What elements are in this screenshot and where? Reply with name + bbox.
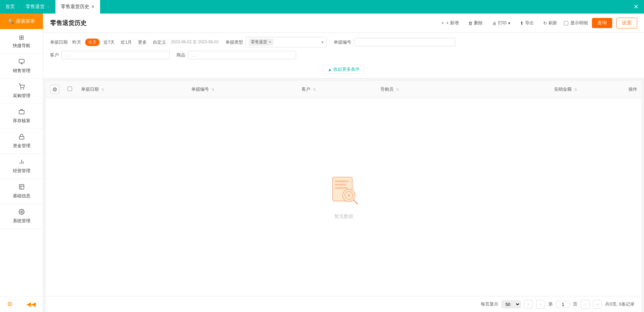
table-settings-icon[interactable]: ⚙ — [50, 85, 59, 94]
system-icon — [19, 209, 25, 217]
finance-icon — [19, 134, 25, 141]
customer-filter-group: 客户 ... — [50, 51, 170, 59]
sidebar-item-finance[interactable]: 资金管理 — [0, 129, 43, 154]
doc-type-tag-close[interactable]: ✕ — [268, 40, 271, 44]
customer-filter-input[interactable]: ... — [62, 51, 170, 59]
date-custom[interactable]: 自定义 — [151, 39, 168, 46]
sidebar-item-basic-info[interactable]: 基础信息 — [0, 179, 43, 204]
next-page-button[interactable]: › — [581, 300, 590, 309]
quick-nav-icon: ⊞ — [19, 34, 24, 41]
svg-point-13 — [21, 211, 22, 213]
inventory-icon — [19, 109, 25, 116]
basic-info-icon — [19, 184, 25, 192]
refresh-icon: ↻ — [543, 21, 547, 26]
svg-point-4 — [23, 89, 24, 89]
sort-icon-doc-no: ⇅ — [212, 88, 214, 91]
goods-filter-label: 商品 — [176, 52, 185, 58]
col-doc-date[interactable]: 单据日期 ⇅ — [77, 81, 187, 98]
tab-retail-return[interactable]: 零售退货 ✕ — [20, 0, 55, 14]
audio-footer-icon[interactable]: ◀◀ — [26, 300, 36, 308]
page-suffix: 页 — [573, 301, 577, 307]
filter-row-1: 单据日期 昨天 今天 近7天 近1月 更多 自定义 2023-06-02 至 2… — [50, 37, 637, 47]
goods-filter-input[interactable]: ... — [188, 51, 296, 59]
purchase-icon — [19, 84, 25, 91]
tab-bar: 首页 零售退货 ✕ 零售退货历史 ✕ — [0, 0, 634, 14]
svg-rect-5 — [19, 110, 24, 114]
plus-icon: ＋ — [440, 20, 445, 26]
collapse-up-icon: ▲ — [328, 67, 332, 72]
print-button[interactable]: 🖨 打印 ▾ — [490, 19, 513, 27]
sidebar-item-system[interactable]: 系统管理 — [0, 204, 43, 229]
tab-close-retail-return[interactable]: ✕ — [47, 4, 50, 9]
tab-close-retail-return-history[interactable]: ✕ — [91, 4, 95, 9]
col-actual-amount[interactable]: 实销金额 ⇅ — [471, 81, 581, 98]
prev-page-button[interactable]: ‹ — [536, 300, 545, 309]
content-area: 零售退货历史 ＋ + 新增 🗑 删除 🖨 打印 ▾ ⬆ 导出 — [43, 14, 644, 312]
sort-icon-customer: ⇅ — [313, 88, 316, 91]
first-page-button[interactable]: « — [524, 300, 533, 309]
window-close-button[interactable]: ✕ — [634, 3, 639, 10]
top-bar: 首页 零售退货 ✕ 零售退货历史 ✕ ✕ — [0, 0, 644, 14]
svg-point-3 — [21, 89, 21, 89]
main-layout: 🔍 搜索菜单 ⊞ 快捷导航 销售管理 采购管理 库存核算 — [0, 14, 644, 312]
empty-illustration — [327, 174, 361, 208]
doc-type-select[interactable]: 零售退货 ✕ ▾ — [246, 37, 327, 47]
sidebar-item-quick-nav[interactable]: ⊞ 快捷导航 — [0, 29, 43, 54]
doc-type-arrow-icon: ▾ — [321, 40, 324, 45]
svg-line-19 — [353, 200, 357, 204]
select-all-checkbox[interactable] — [68, 87, 72, 91]
delete-icon: 🗑 — [468, 21, 473, 26]
svg-rect-10 — [19, 184, 24, 189]
query-button[interactable]: 查询 — [592, 18, 612, 28]
empty-state: 暂无数据 — [46, 98, 641, 296]
tab-retail-return-history[interactable]: 零售退货历史 ✕ — [55, 0, 100, 14]
table-container: ⚙ 单据日期 ⇅ 单据编号 ⇅ — [46, 81, 641, 312]
export-button[interactable]: ⬆ 导出 — [517, 19, 536, 27]
sidebar-item-operations[interactable]: 经营管理 — [0, 154, 43, 179]
sales-icon — [19, 59, 25, 66]
doc-no-label: 单据编号 — [334, 39, 351, 45]
sort-icon-guide: ⇅ — [396, 88, 399, 91]
display-toggle-checkbox[interactable] — [564, 21, 568, 25]
sidebar-footer: ⚙ ◀◀ — [0, 296, 43, 312]
col-customer[interactable]: 客户 ⇅ — [297, 81, 376, 98]
sidebar-item-sales[interactable]: 销售管理 — [0, 54, 43, 79]
doc-no-input[interactable] — [354, 38, 455, 46]
sidebar-item-inventory[interactable]: 库存核算 — [0, 104, 43, 129]
sidebar-search[interactable]: 🔍 搜索菜单 — [0, 14, 43, 29]
refresh-button[interactable]: ↻ 刷新 — [541, 19, 560, 27]
tab-home[interactable]: 首页 — [0, 0, 20, 14]
sort-icon-amount: ⇅ — [574, 88, 577, 91]
svg-rect-16 — [335, 184, 346, 185]
date-more[interactable]: 更多 — [136, 39, 149, 46]
date-1month[interactable]: 近1月 — [119, 39, 134, 46]
page-title: 零售退货历史 — [50, 19, 87, 27]
sidebar-search-label: 搜索菜单 — [16, 18, 35, 24]
col-operations: 操作 — [581, 81, 641, 98]
total-records: 共0页, 0条记录 — [605, 301, 635, 307]
last-page-button[interactable]: » — [593, 300, 602, 309]
pagination-bar: 每页显示 50 10 20 100 « ‹ 第 页 › » 共0页, 0条记录 — [46, 296, 641, 312]
filter-row-2: 客户 ... 商品 ... — [50, 51, 637, 59]
col-doc-no[interactable]: 单据编号 ⇅ — [187, 81, 297, 98]
print-dropdown-icon: ▾ — [508, 21, 510, 26]
sidebar-item-purchase[interactable]: 采购管理 — [0, 79, 43, 104]
sort-icon-doc-date: ⇅ — [101, 88, 104, 91]
page-number-input[interactable] — [556, 301, 570, 308]
empty-text: 暂无数据 — [334, 214, 353, 220]
goods-filter-group: 商品 ... — [176, 51, 296, 59]
page-size-select[interactable]: 50 10 20 100 — [502, 300, 521, 308]
settings-button[interactable]: 设置 — [616, 18, 637, 28]
date-today[interactable]: 今天 — [85, 39, 99, 46]
new-button[interactable]: ＋ + 新增 — [438, 19, 461, 27]
date-7days[interactable]: 近7天 — [101, 39, 117, 46]
search-icon: 🔍 — [8, 19, 14, 24]
date-yesterday[interactable]: 昨天 — [70, 39, 83, 46]
col-guide[interactable]: 导购员 ⇅ — [376, 81, 471, 98]
date-filter-group: 单据日期 昨天 今天 近7天 近1月 更多 自定义 2023-06-02 至 2… — [50, 39, 219, 46]
settings-footer-icon[interactable]: ⚙ — [7, 300, 13, 308]
data-table: ⚙ 单据日期 ⇅ 单据编号 ⇅ — [46, 81, 641, 98]
collapse-button[interactable]: ▲ 收起更多条件 — [323, 65, 364, 74]
delete-button[interactable]: 🗑 删除 — [466, 19, 485, 27]
customer-filter-label: 客户 — [50, 52, 59, 58]
